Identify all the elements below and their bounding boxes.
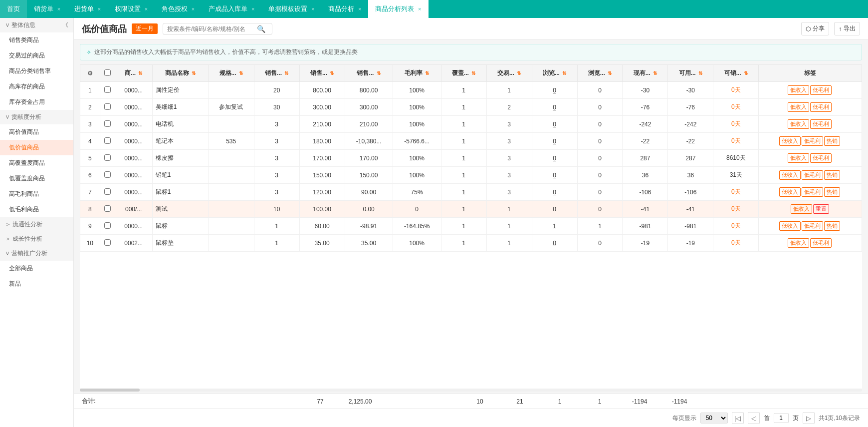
- first-page-button[interactable]: |◁: [732, 412, 744, 424]
- col-gross[interactable]: 毛利率 ⇅: [393, 65, 441, 82]
- col-browse2[interactable]: 浏览... ⇅: [577, 65, 623, 82]
- close-icon[interactable]: ×: [418, 6, 421, 12]
- row-checkbox[interactable]: [104, 239, 111, 246]
- sidebar-item-capital[interactable]: 库存资金占用: [0, 94, 73, 110]
- row-browse1[interactable]: 0: [532, 99, 577, 116]
- col-avail[interactable]: 可用... ⇅: [668, 65, 713, 82]
- page-input[interactable]: [774, 413, 789, 423]
- browse-link[interactable]: 0: [553, 121, 556, 128]
- close-icon[interactable]: ×: [98, 6, 101, 12]
- next-page-button[interactable]: ▷: [803, 412, 815, 424]
- col-spec[interactable]: 规格... ⇅: [208, 65, 254, 82]
- sidebar-item-all-products[interactable]: 全部商品: [0, 261, 73, 276]
- row-checkbox-cell[interactable]: [100, 184, 115, 201]
- col-settings[interactable]: ⚙: [80, 65, 100, 82]
- nav-product-analysis[interactable]: 商品分析 ×: [321, 0, 368, 18]
- page-size-select[interactable]: 50 100: [700, 413, 728, 424]
- share-button[interactable]: ⬡ 分享: [801, 22, 829, 35]
- sidebar-item-sales-products[interactable]: 销售类商品: [0, 32, 73, 48]
- browse-link[interactable]: 0: [553, 189, 556, 196]
- close-icon[interactable]: ×: [251, 6, 254, 12]
- sidebar-item-high-stock[interactable]: 高库存的商品: [0, 79, 73, 94]
- export-button[interactable]: ↑ 导出: [834, 22, 860, 35]
- close-icon[interactable]: ×: [57, 6, 60, 12]
- browse-link[interactable]: 0: [553, 172, 556, 179]
- horizontal-scrollbar[interactable]: [80, 389, 862, 392]
- row-checkbox[interactable]: [104, 103, 111, 110]
- row-checkbox-cell[interactable]: [100, 201, 115, 218]
- col-days[interactable]: 可销... ⇅: [713, 65, 759, 82]
- col-trade[interactable]: 交易... ⇅: [486, 65, 532, 82]
- row-checkbox-cell[interactable]: [100, 133, 115, 150]
- row-checkbox-cell[interactable]: [100, 82, 115, 99]
- row-checkbox-cell[interactable]: [100, 99, 115, 116]
- row-checkbox[interactable]: [104, 222, 111, 229]
- nav-purchase[interactable]: 进货单 ×: [67, 0, 108, 18]
- close-icon[interactable]: ×: [192, 6, 195, 12]
- scrollbar-thumb[interactable]: [80, 389, 140, 392]
- row-browse1[interactable]: 0: [532, 116, 577, 133]
- col-checkbox[interactable]: [100, 65, 115, 82]
- row-browse1[interactable]: 0: [532, 133, 577, 150]
- nav-permissions[interactable]: 权限设置 ×: [108, 0, 155, 18]
- nav-products[interactable]: 产成品入库单 ×: [202, 0, 261, 18]
- nav-product-analysis-list[interactable]: 商品分析列表 ×: [368, 0, 428, 18]
- nav-home[interactable]: 首页: [0, 0, 27, 18]
- close-icon[interactable]: ×: [311, 6, 314, 12]
- sidebar-item-traded[interactable]: 交易过的商品: [0, 48, 73, 63]
- search-input[interactable]: [167, 25, 257, 32]
- row-checkbox[interactable]: [104, 205, 111, 212]
- close-icon[interactable]: ×: [145, 6, 148, 12]
- sidebar-item-high-value[interactable]: 高价值商品: [0, 124, 73, 140]
- row-checkbox[interactable]: [104, 137, 111, 144]
- sidebar-item-high-coverage[interactable]: 高覆盖度商品: [0, 155, 73, 171]
- select-all-checkbox[interactable]: [104, 69, 111, 76]
- browse-link[interactable]: 1: [553, 223, 556, 230]
- data-table-wrapper[interactable]: ⚙ 商... ⇅ 商品名称 ⇅ 规格... ⇅ 销售... ⇅ 销售... ⇅ …: [80, 64, 862, 389]
- sidebar-group-marketing[interactable]: ∨ 营销推广分析: [0, 246, 73, 261]
- sidebar-item-low-coverage[interactable]: 低覆盖度商品: [0, 171, 73, 186]
- nav-templates[interactable]: 单据模板设置 ×: [261, 0, 321, 18]
- row-browse1[interactable]: 0: [532, 150, 577, 167]
- row-browse1[interactable]: 0: [532, 167, 577, 184]
- row-browse1[interactable]: 0: [532, 201, 577, 218]
- sidebar-group-circulation[interactable]: ＞ 流通性分析: [0, 217, 73, 232]
- sidebar-group-growth[interactable]: ＞ 成长性分析: [0, 232, 73, 246]
- close-icon[interactable]: ×: [358, 6, 361, 12]
- row-checkbox[interactable]: [104, 171, 111, 178]
- sidebar-group-contribution[interactable]: ∨ 贡献度分析: [0, 110, 73, 124]
- col-name[interactable]: 商品名称 ⇅: [152, 65, 208, 82]
- sidebar-group-overall[interactable]: ∨ 整体信息 《: [0, 18, 73, 32]
- row-checkbox[interactable]: [104, 188, 111, 195]
- col-code[interactable]: 商... ⇅: [115, 65, 152, 82]
- sidebar-item-high-profit[interactable]: 高毛利商品: [0, 186, 73, 202]
- col-browse1[interactable]: 浏览... ⇅: [532, 65, 577, 82]
- sidebar-item-category-rate[interactable]: 商品分类销售率: [0, 63, 73, 79]
- prev-page-button[interactable]: ◁: [748, 412, 760, 424]
- row-checkbox-cell[interactable]: [100, 116, 115, 133]
- row-browse1[interactable]: 0: [532, 184, 577, 201]
- row-browse1[interactable]: 0: [532, 82, 577, 99]
- sidebar-item-new-products[interactable]: 新品: [0, 276, 73, 292]
- row-browse1[interactable]: 0: [532, 235, 577, 252]
- sidebar-item-low-value[interactable]: 低价值商品: [0, 140, 73, 155]
- col-sale2[interactable]: 销售... ⇅: [345, 65, 393, 82]
- browse-link[interactable]: 0: [553, 87, 556, 94]
- row-checkbox-cell[interactable]: [100, 150, 115, 167]
- browse-link[interactable]: 0: [553, 206, 556, 213]
- row-checkbox-cell[interactable]: [100, 235, 115, 252]
- gear-icon[interactable]: ⚙: [87, 70, 93, 77]
- nav-roles[interactable]: 角色授权 ×: [155, 0, 202, 18]
- browse-link[interactable]: 0: [553, 240, 556, 247]
- nav-sales[interactable]: 销货单 ×: [27, 0, 67, 18]
- col-sale1[interactable]: 销售... ⇅: [299, 65, 345, 82]
- row-checkbox[interactable]: [104, 120, 111, 127]
- filter-recent-month-button[interactable]: 近一月: [132, 23, 158, 34]
- row-checkbox-cell[interactable]: [100, 218, 115, 235]
- browse-link[interactable]: 0: [553, 138, 556, 145]
- col-stock[interactable]: 现有... ⇅: [623, 65, 668, 82]
- row-browse1[interactable]: 1: [532, 218, 577, 235]
- row-checkbox[interactable]: [104, 86, 111, 93]
- row-checkbox-cell[interactable]: [100, 167, 115, 184]
- browse-link[interactable]: 0: [553, 104, 556, 111]
